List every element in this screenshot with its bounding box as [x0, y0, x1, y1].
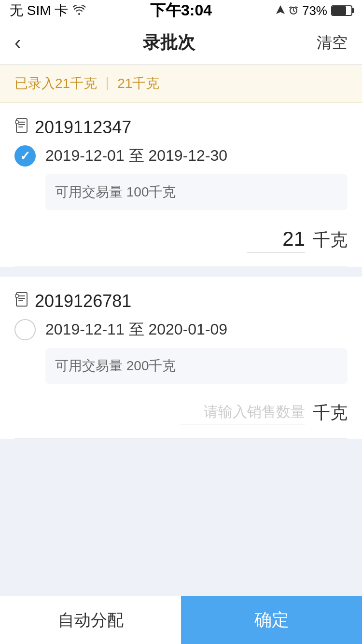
wifi-icon — [73, 3, 85, 18]
info-banner: 已录入21千克 21千克 — [0, 65, 362, 103]
time-display: 下午3:04 — [150, 0, 212, 21]
unit-label-1: 千克 — [313, 228, 348, 252]
bottom-bar: 自动分配 确定 — [0, 596, 362, 644]
batch-id-1: 2019112347 — [35, 117, 131, 138]
batch-item-1: 2019112347 ✓ 2019-12-01 至 2019-12-30 可用交… — [0, 103, 362, 267]
quantity-underline-1 — [247, 252, 305, 253]
clear-button[interactable]: 清空 — [317, 32, 348, 54]
status-left: 无 SIM 卡 — [10, 1, 85, 20]
battery-label: 73% — [302, 3, 327, 18]
page-title: 录批次 — [143, 31, 195, 55]
batch-date-1: 2019-12-01 至 2019-12-30 — [45, 145, 227, 167]
status-right: 73% — [276, 3, 352, 18]
radio-unselected-2[interactable] — [14, 319, 36, 340]
batch-header-2: 2019126781 — [14, 291, 348, 311]
status-bar: 无 SIM 卡 下午3:04 73% — [0, 0, 362, 21]
quantity-underline-2 — [180, 424, 305, 424]
svg-rect-7 — [18, 295, 25, 296]
back-button[interactable]: ‹ — [14, 32, 21, 54]
alarm-icon — [289, 3, 298, 18]
batch-header-1: 2019112347 — [14, 117, 348, 138]
batch-item-2: 2019126781 2019-12-11 至 2020-01-09 可用交易量… — [0, 277, 362, 439]
batch-date-2: 2019-12-11 至 2020-01-09 — [45, 319, 227, 340]
checkmark-icon-1: ✓ — [20, 149, 30, 164]
batch-quantity-row-1: 21 千克 — [14, 220, 348, 267]
svg-rect-4 — [18, 126, 23, 127]
batch-id-2: 2019126781 — [35, 291, 131, 311]
svg-rect-8 — [18, 298, 25, 299]
content-wrapper: 已录入21千克 21千克 2019112347 ✓ 2019-12-01 至 2… — [0, 65, 362, 644]
banner-divider — [107, 77, 108, 90]
battery-icon — [331, 5, 352, 16]
quantity-value-1: 21 — [282, 227, 305, 251]
batch-doc-icon-1 — [14, 117, 30, 138]
svg-rect-3 — [18, 124, 25, 125]
batch-available-2: 可用交易量 200千克 — [45, 348, 348, 384]
batch-doc-icon-2 — [14, 291, 30, 311]
batch-quantity-row-2: 请输入销售数量 千克 — [14, 393, 348, 439]
svg-rect-10 — [15, 294, 18, 297]
unit-label-2: 千克 — [313, 401, 348, 425]
batch-date-row-2[interactable]: 2019-12-11 至 2020-01-09 — [14, 319, 348, 340]
batch-separator — [0, 267, 362, 277]
confirm-button[interactable]: 确定 — [181, 596, 362, 644]
batch-date-row-1[interactable]: ✓ 2019-12-01 至 2019-12-30 — [14, 145, 348, 167]
location-icon — [276, 3, 285, 18]
carrier-label: 无 SIM 卡 — [10, 1, 68, 20]
radio-selected-1[interactable]: ✓ — [14, 145, 36, 167]
recorded-label: 已录入21千克 — [14, 74, 97, 93]
auto-distribute-button[interactable]: 自动分配 — [0, 596, 181, 644]
recorded-value: 21千克 — [117, 74, 159, 93]
svg-rect-9 — [18, 300, 23, 301]
svg-rect-2 — [18, 122, 25, 123]
svg-rect-5 — [15, 121, 18, 124]
batch-available-1: 可用交易量 100千克 — [45, 174, 348, 210]
nav-bar: ‹ 录批次 清空 — [0, 21, 362, 65]
quantity-placeholder-2[interactable]: 请输入销售数量 — [204, 402, 305, 422]
